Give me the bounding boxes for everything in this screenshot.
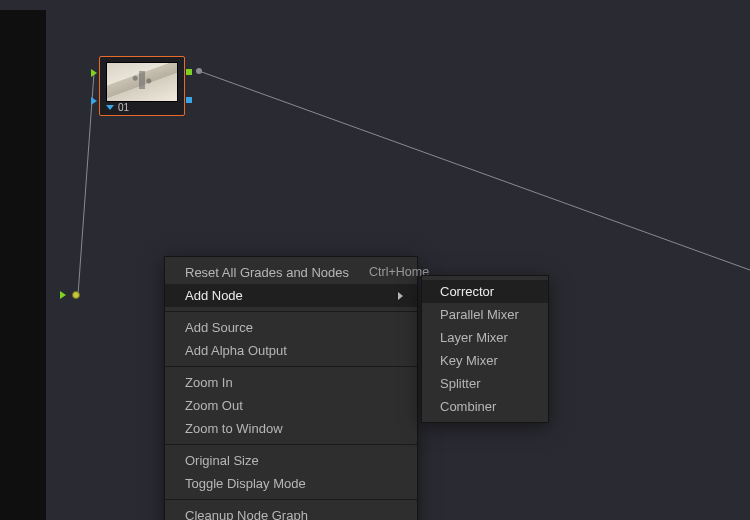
menu-separator [165, 311, 417, 312]
menu-item-toggle-display-mode[interactable]: Toggle Display Mode [165, 472, 417, 495]
submenu-item-combiner[interactable]: Combiner [422, 395, 548, 418]
menu-item-label: Original Size [185, 452, 403, 469]
menu-item-label: Cleanup Node Graph [185, 507, 403, 520]
menu-item-add-node[interactable]: Add Node [165, 284, 417, 307]
context-menu: Reset All Grades and Nodes Ctrl+Home Add… [164, 256, 418, 520]
chevron-right-icon [398, 292, 403, 300]
menu-item-label: Layer Mixer [440, 329, 534, 346]
menu-item-label: Zoom to Window [185, 420, 403, 437]
node-rgb-output-port[interactable] [186, 69, 192, 75]
svg-point-1 [196, 68, 202, 74]
menu-item-label: Splitter [440, 375, 534, 392]
menu-item-label: Combiner [440, 398, 534, 415]
menu-separator [165, 499, 417, 500]
side-panel [0, 0, 46, 520]
menu-separator [165, 444, 417, 445]
menu-item-label: Key Mixer [440, 352, 534, 369]
graph-source-dot-icon[interactable] [72, 291, 80, 299]
menu-item-add-source[interactable]: Add Source [165, 316, 417, 339]
menu-item-label: Zoom Out [185, 397, 403, 414]
node-key-icon [106, 105, 114, 110]
svg-line-2 [199, 71, 750, 270]
node-thumbnail [106, 62, 178, 102]
node-id-label: 01 [118, 102, 129, 113]
menu-item-add-alpha-output[interactable]: Add Alpha Output [165, 339, 417, 362]
submenu-item-layer-mixer[interactable]: Layer Mixer [422, 326, 548, 349]
svg-line-0 [78, 73, 94, 295]
submenu-item-splitter[interactable]: Splitter [422, 372, 548, 395]
menu-item-zoom-in[interactable]: Zoom In [165, 371, 417, 394]
node-01[interactable]: 01 [99, 56, 185, 116]
node-rgb-input-port[interactable] [91, 69, 97, 77]
graph-source-triangle-icon[interactable] [60, 291, 66, 299]
menu-item-reset-all-grades[interactable]: Reset All Grades and Nodes Ctrl+Home [165, 261, 417, 284]
submenu-item-corrector[interactable]: Corrector [422, 280, 548, 303]
menu-item-label: Zoom In [185, 374, 403, 391]
menu-item-label: Add Node [185, 287, 386, 304]
menu-item-cleanup-node-graph[interactable]: Cleanup Node Graph [165, 504, 417, 520]
menu-item-zoom-to-window[interactable]: Zoom to Window [165, 417, 417, 440]
menu-item-label: Corrector [440, 283, 534, 300]
menu-separator [165, 366, 417, 367]
context-submenu-add-node: Corrector Parallel Mixer Layer Mixer Key… [421, 275, 549, 423]
node-label-row: 01 [106, 102, 129, 113]
menu-item-label: Add Source [185, 319, 403, 336]
menu-item-label: Reset All Grades and Nodes [185, 264, 349, 281]
menu-item-label: Parallel Mixer [440, 306, 534, 323]
node-key-output-port[interactable] [186, 97, 192, 103]
submenu-item-parallel-mixer[interactable]: Parallel Mixer [422, 303, 548, 326]
menu-item-label: Add Alpha Output [185, 342, 403, 359]
node-key-input-port[interactable] [91, 97, 97, 105]
submenu-item-key-mixer[interactable]: Key Mixer [422, 349, 548, 372]
menu-item-label: Toggle Display Mode [185, 475, 403, 492]
menu-item-original-size[interactable]: Original Size [165, 449, 417, 472]
menu-item-zoom-out[interactable]: Zoom Out [165, 394, 417, 417]
